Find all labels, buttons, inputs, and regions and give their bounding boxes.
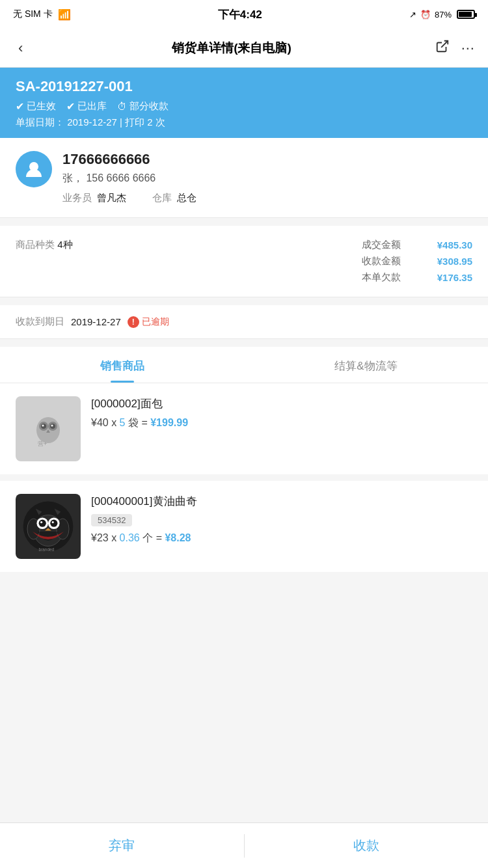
share-button[interactable] xyxy=(435,39,450,57)
badge-partial-payment: ⏱ 部分收款 xyxy=(117,100,169,113)
back-button[interactable]: ‹ xyxy=(13,34,28,62)
svg-point-7 xyxy=(42,425,44,427)
carrier-text: 无 SIM 卡 xyxy=(13,8,53,20)
clock-icon: ⏱ xyxy=(117,101,127,112)
nav-bar: ‹ 销货单详情(来自电脑) ··· xyxy=(0,29,488,68)
svg-point-17 xyxy=(39,520,46,527)
location-icon: ↗ xyxy=(409,10,416,20)
tab-products[interactable]: 销售商品 xyxy=(0,347,244,383)
cancel-button[interactable]: 弃审 xyxy=(0,823,244,868)
svg-text:branded: branded xyxy=(39,547,55,552)
back-icon: ‹ xyxy=(18,40,23,56)
order-id: SA-20191227-001 xyxy=(16,78,472,95)
product-name-2: [000400001]黄油曲奇 xyxy=(91,494,472,509)
overdue-badge: ! 已逾期 xyxy=(128,316,169,328)
svg-line-0 xyxy=(441,41,448,47)
badge-effective: ✔ 已生效 xyxy=(16,100,56,113)
product-price-2: ¥23 x 0.36 个 = ¥8.28 xyxy=(91,532,472,545)
tab-settlement[interactable]: 结算&物流等 xyxy=(244,347,488,383)
order-header: SA-20191227-001 ✔ 已生效 ✔ 已出库 ⏱ 部分收款 单据日期：… xyxy=(0,68,488,138)
svg-point-8 xyxy=(51,425,53,427)
summary-section: 商品种类 4种 成交金额 ¥485.30 收款金额 ¥308.95 本单欠款 ¥… xyxy=(0,226,488,297)
product-image-2: branded xyxy=(16,494,81,559)
page-title: 销货单详情(来自电脑) xyxy=(172,40,291,57)
check-icon-2: ✔ xyxy=(66,100,75,113)
tabs-row: 销售商品 结算&物流等 xyxy=(0,347,488,383)
check-icon-1: ✔ xyxy=(16,100,24,113)
tab-underline xyxy=(111,381,134,383)
table-row: 营+ [0000002]面包 ¥40 x 5 袋 = ¥199.99 xyxy=(0,383,488,474)
financial-summary: 成交金额 ¥485.30 收款金额 ¥308.95 本单欠款 ¥176.35 xyxy=(362,239,472,284)
product-info-1: [0000002]面包 ¥40 x 5 袋 = ¥199.99 xyxy=(91,396,472,430)
badge-shipped: ✔ 已出库 xyxy=(66,100,107,113)
customer-meta: 业务员 曾凡杰 仓库 总仓 xyxy=(62,192,472,204)
battery-percent: 87% xyxy=(435,10,452,20)
svg-point-18 xyxy=(50,520,57,527)
customer-details: 17666666666 张， 156 6666 6666 业务员 曾凡杰 仓库 … xyxy=(62,151,472,204)
owed-amount-row: 本单欠款 ¥176.35 xyxy=(362,271,472,284)
warehouse-field: 仓库 总仓 xyxy=(152,192,197,204)
alarm-icon: ⏰ xyxy=(420,10,431,20)
order-badges: ✔ 已生效 ✔ 已出库 ⏱ 部分收款 xyxy=(16,100,472,113)
status-bar: 无 SIM 卡 📶 下午4:42 ↗ ⏰ 87% xyxy=(0,0,488,29)
customer-section: 17666666666 张， 156 6666 6666 业务员 曾凡杰 仓库 … xyxy=(0,138,488,218)
product-sku-2: 534532 xyxy=(91,514,132,526)
tabs-section: 销售商品 结算&物流等 xyxy=(0,347,488,383)
product-price-1: ¥40 x 5 袋 = ¥199.99 xyxy=(91,416,472,430)
overdue-dot-icon: ! xyxy=(128,316,139,328)
status-carrier: 无 SIM 卡 📶 xyxy=(13,8,71,21)
product-owl-icon: branded xyxy=(22,500,74,552)
status-right: ↗ ⏰ 87% xyxy=(409,10,475,20)
bread-placeholder-icon: 营+ xyxy=(29,409,68,448)
table-row: branded [000400001]黄油曲奇 534532 ¥23 x 0.3… xyxy=(0,481,488,572)
due-date-section: 收款到期日 2019-12-27 ! 已逾期 xyxy=(0,305,488,339)
confirm-payment-button[interactable]: 收款 xyxy=(245,823,489,868)
svg-text:营+: 营+ xyxy=(38,441,47,447)
received-amount-row: 收款金额 ¥308.95 xyxy=(362,255,472,267)
salesperson-field: 业务员 曾凡杰 xyxy=(62,192,126,204)
battery-icon xyxy=(457,10,475,19)
customer-name-phone: 张， 156 6666 6666 xyxy=(62,172,472,185)
svg-point-20 xyxy=(52,521,54,523)
avatar-icon xyxy=(23,159,44,180)
deal-amount-row: 成交金额 ¥485.30 xyxy=(362,239,472,251)
product-info-2: [000400001]黄油曲奇 534532 ¥23 x 0.36 个 = ¥8… xyxy=(91,494,472,545)
bottom-action-bar: 弃审 收款 xyxy=(0,822,488,868)
customer-account: 17666666666 xyxy=(62,151,472,168)
more-button[interactable]: ··· xyxy=(461,40,475,57)
products-list: 营+ [0000002]面包 ¥40 x 5 袋 = ¥199.99 xyxy=(0,383,488,631)
product-types: 商品种类 4种 xyxy=(16,239,73,251)
customer-avatar xyxy=(16,151,52,187)
nav-actions: ··· xyxy=(435,39,475,57)
wifi-icon: 📶 xyxy=(58,8,71,21)
product-image-1: 营+ xyxy=(16,396,81,461)
svg-point-19 xyxy=(40,521,42,523)
product-name-1: [0000002]面包 xyxy=(91,396,472,411)
order-date-line: 单据日期： 2019-12-27 | 打印 2 次 xyxy=(16,116,472,129)
status-time: 下午4:42 xyxy=(218,7,262,22)
